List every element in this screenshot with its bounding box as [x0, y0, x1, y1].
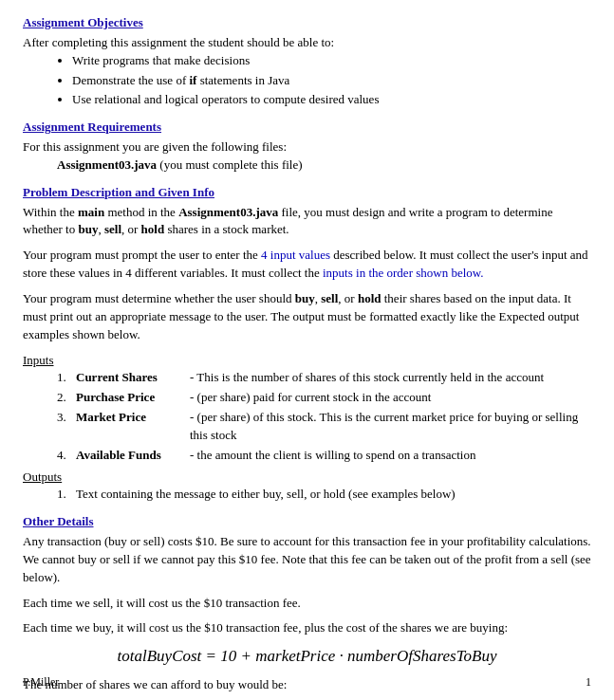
inputs-list: 1. Current Shares - This is the number o… — [57, 369, 591, 464]
outputs-label: Outputs — [23, 470, 62, 484]
list-item: 1. Text containing the message to either… — [57, 486, 591, 504]
list-item: Use relational and logical operators to … — [72, 91, 591, 109]
para3-buy: buy — [295, 291, 315, 305]
problem-para1: Within the main method in the Assignment… — [23, 204, 591, 240]
assignment-objectives-section: Assignment Objectives After completing t… — [23, 14, 591, 109]
para1-file: Assignment03.java — [178, 205, 278, 219]
assignment-requirements-title: Assignment Requirements — [23, 119, 591, 137]
assignment-requirements-section: Assignment Requirements For this assignm… — [23, 119, 591, 175]
file-name: Assignment03.java — [57, 157, 157, 172]
para2-highlight2: inputs in the order shown below. — [323, 266, 484, 280]
problem-description-section: Problem Description and Given Info Withi… — [23, 184, 591, 505]
para1-or: , or — [121, 222, 141, 236]
problem-para3: Your program must determine whether the … — [23, 290, 591, 344]
page-footer: P.Miller 1 — [23, 674, 591, 691]
para3-sell: sell — [321, 291, 338, 305]
outputs-list: 1. Text containing the message to either… — [57, 486, 591, 504]
outputs-section: Outputs 1. Text containing the message t… — [23, 469, 591, 505]
other-details-section: Other Details Any transaction (buy or se… — [23, 513, 591, 700]
other-para1: Any transaction (buy or sell) costs $10.… — [23, 533, 591, 587]
inputs-section: Inputs 1. Current Shares - This is the n… — [23, 352, 591, 465]
para1-sell: sell — [104, 222, 121, 236]
para1-main: main — [78, 205, 104, 219]
file-note: (you must complete this file) — [159, 157, 302, 172]
other-para2: Each time we sell, it will cost us the $… — [23, 595, 591, 613]
list-item: 3. Market Price - (per share) of this st… — [57, 409, 591, 445]
para1-mid: method in the — [104, 205, 178, 219]
list-item: 1. Current Shares - This is the number o… — [57, 369, 591, 387]
assignment-objectives-title: Assignment Objectives — [23, 14, 591, 32]
requirements-file: Assignment03.java (you must complete thi… — [57, 157, 591, 175]
other-details-title: Other Details — [23, 513, 591, 531]
keyword-if: if — [189, 73, 196, 87]
para1-buy: buy — [78, 222, 98, 236]
problem-description-body: Within the main method in the Assignment… — [23, 204, 591, 505]
para1-hold: hold — [141, 222, 165, 236]
list-item: Demonstrate the use of if statements in … — [72, 72, 591, 90]
footer-author: P.Miller — [23, 674, 59, 691]
objectives-list: Write programs that make decisions Demon… — [72, 52, 591, 110]
para1-tail: shares in a stock market. — [164, 222, 288, 236]
list-item: 4. Available Funds - the amount the clie… — [57, 447, 591, 465]
list-item: Write programs that make decisions — [72, 52, 591, 70]
requirements-intro: For this assignment you are given the fo… — [23, 138, 591, 157]
problem-para2: Your program must prompt the user to ent… — [23, 247, 591, 283]
para1-start: Within the — [23, 205, 78, 219]
assignment-requirements-body: For this assignment you are given the fo… — [23, 138, 591, 175]
para3-hold: hold — [358, 291, 381, 305]
para2-highlight: 4 input values — [261, 248, 330, 262]
inputs-label: Inputs — [23, 353, 54, 367]
list-item: 2. Purchase Price - (per share) paid for… — [57, 389, 591, 407]
assignment-objectives-body: After completing this assignment the stu… — [23, 34, 591, 109]
objectives-intro: After completing this assignment the stu… — [23, 34, 591, 52]
other-para3: Each time we buy, it will cost us the $1… — [23, 619, 591, 637]
problem-description-title: Problem Description and Given Info — [23, 184, 591, 202]
footer-page: 1 — [586, 674, 591, 691]
formula-total-buy-cost: totalBuyCost = 10 + marketPrice · number… — [23, 645, 591, 669]
